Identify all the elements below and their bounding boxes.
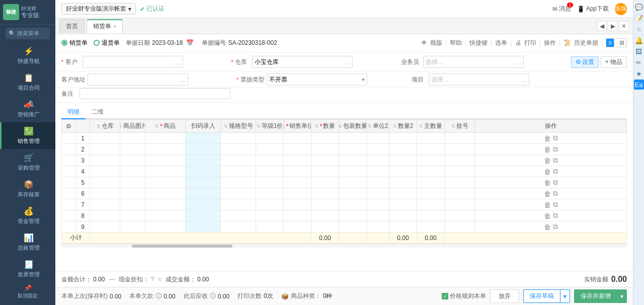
th-goods[interactable]: ⇅ * 商品 <box>145 120 186 133</box>
save-draft-button[interactable]: 保存草稿 <box>523 289 560 303</box>
row-warehouse-cell[interactable] <box>90 144 120 155</box>
row-sell-unit-cell[interactable] <box>284 144 311 155</box>
radio-return[interactable]: 退货单 <box>94 39 120 47</box>
th-main-qty[interactable]: ⇅ 主数量 <box>417 120 445 133</box>
row-img-cell[interactable] <box>120 210 145 221</box>
row-sell-unit-cell[interactable] <box>284 177 311 188</box>
th-warehouse[interactable]: ⇅ 仓库 <box>90 120 120 133</box>
row-img-cell[interactable] <box>120 199 145 210</box>
toolbar-shortcut-label[interactable]: 快捷键 <box>469 39 488 47</box>
row-batch-cell[interactable] <box>445 166 475 177</box>
help-icon[interactable]: ? <box>150 276 154 283</box>
row-pack-qty-cell[interactable] <box>339 133 367 144</box>
row-price-cell[interactable] <box>256 133 284 144</box>
sidebar-item-purchase[interactable]: 🛒 采购管理 <box>0 149 55 176</box>
row-sell-unit-cell[interactable] <box>284 210 311 221</box>
row-warehouse-cell[interactable] <box>90 166 120 177</box>
row-unit2-cell[interactable] <box>367 133 389 144</box>
row-price-cell[interactable] <box>256 210 284 221</box>
row-main-qty-cell[interactable] <box>417 177 445 188</box>
rt-btn-bell[interactable]: 🔔 <box>634 35 644 45</box>
settings-button[interactable]: ⚙ 设置 <box>571 56 599 68</box>
th-price[interactable]: ⇅ 等级1价 <box>256 120 284 133</box>
add-goods-button[interactable]: + 物品 <box>601 56 627 68</box>
row-pack-qty-cell[interactable] <box>339 144 367 155</box>
th-scan-input[interactable]: 扫码录入 <box>186 120 221 133</box>
sidebar-item-quick-nav[interactable]: ⚡ 快捷导航 <box>0 42 55 69</box>
row-main-qty-cell[interactable] <box>417 155 445 166</box>
row-batch-cell[interactable] <box>445 155 475 166</box>
scroll-thumb[interactable] <box>132 245 232 248</box>
th-spec[interactable]: ⇅ 规格型号 <box>221 120 256 133</box>
row-pack-qty-cell[interactable] <box>339 188 367 199</box>
th-settings[interactable]: ⚙ <box>62 120 76 133</box>
row-qty2-cell[interactable] <box>389 177 417 188</box>
row-spec-cell[interactable] <box>221 144 256 155</box>
row-delete-btn[interactable]: 🗑 <box>544 190 551 198</box>
row-scan-cell[interactable] <box>186 199 221 210</box>
row-pack-qty-cell[interactable] <box>339 177 367 188</box>
row-main-qty-cell[interactable] <box>417 166 445 177</box>
row-delete-btn[interactable]: 🗑 <box>544 168 551 176</box>
sidebar-item-inventory[interactable]: 📦 库存核算 <box>0 176 55 202</box>
sidebar-search[interactable]: 🔍 搜索菜单 <box>6 28 50 39</box>
tab-prev-btn[interactable]: ◀ <box>597 21 607 31</box>
row-unit2-cell[interactable] <box>367 210 389 221</box>
row-sell-unit-cell[interactable] <box>284 155 311 166</box>
row-qty-cell[interactable] <box>311 144 339 155</box>
row-batch-cell[interactable] <box>445 221 475 233</box>
row-qty2-cell[interactable] <box>389 188 417 199</box>
row-pack-qty-cell[interactable] <box>339 221 367 233</box>
table-tab-2d[interactable]: 二维 <box>86 106 110 119</box>
row-main-qty-cell[interactable] <box>417 210 445 221</box>
row-copy-btn[interactable]: ⧉ <box>553 222 558 231</box>
row-scan-cell[interactable] <box>186 221 221 233</box>
row-scan-cell[interactable] <box>186 177 221 188</box>
row-price-cell[interactable] <box>256 199 284 210</box>
row-spec-cell[interactable] <box>221 199 256 210</box>
sidebar-item-invoice[interactable]: 🧾 发票管理 <box>0 256 55 279</box>
invoice-select[interactable]: 不开票 ▾ <box>267 73 367 86</box>
rt-btn-edit[interactable]: ✏ <box>634 57 644 67</box>
row-qty-cell[interactable] <box>311 177 339 188</box>
row-main-qty-cell[interactable] <box>417 221 445 233</box>
row-qty-cell[interactable] <box>311 210 339 221</box>
row-unit2-cell[interactable] <box>367 177 389 188</box>
row-price-cell[interactable] <box>256 221 284 233</box>
row-spec-cell[interactable] <box>221 155 256 166</box>
tab-next-btn[interactable]: ▶ <box>608 21 618 31</box>
row-delete-btn[interactable]: 🗑 <box>544 223 551 231</box>
row-price-cell[interactable] <box>256 177 284 188</box>
row-qty2-cell[interactable] <box>389 133 417 144</box>
customer-input[interactable]: ... <box>83 56 183 68</box>
row-qty2-cell[interactable] <box>389 221 417 233</box>
row-batch-cell[interactable] <box>445 133 475 144</box>
rt-btn-chat[interactable]: 💬 <box>634 2 644 12</box>
rt-btn-fav[interactable]: ★ <box>634 68 644 79</box>
row-qty-cell[interactable] <box>311 199 339 210</box>
row-goods-cell[interactable] <box>145 188 186 199</box>
row-img-cell[interactable] <box>120 155 145 166</box>
note-input[interactable] <box>79 88 230 99</box>
row-img-cell[interactable] <box>120 188 145 199</box>
tab-close-all-btn[interactable]: ✕ <box>619 21 629 31</box>
row-batch-cell[interactable] <box>445 210 475 221</box>
row-main-qty-cell[interactable] <box>417 133 445 144</box>
row-warehouse-cell[interactable] <box>90 199 120 210</box>
view-toggle-1[interactable]: ≡ <box>606 38 614 47</box>
row-img-cell[interactable] <box>120 177 145 188</box>
view-toggle-2[interactable]: ⊞ <box>617 38 627 47</box>
radio-sale[interactable]: 销货单 <box>61 39 88 47</box>
row-sell-unit-cell[interactable] <box>284 133 311 144</box>
row-batch-cell[interactable] <box>445 144 475 155</box>
rt-btn-star[interactable]: ☆ <box>634 24 644 34</box>
row-scan-cell[interactable] <box>186 155 221 166</box>
row-img-cell[interactable] <box>120 166 145 177</box>
sidebar-item-project[interactable]: 📋 项目合同 <box>0 69 55 96</box>
tab-close-btn[interactable]: × <box>113 24 116 29</box>
toolbar-help-label[interactable]: 帮助 <box>450 39 462 47</box>
row-warehouse-cell[interactable] <box>90 177 120 188</box>
row-scan-cell[interactable] <box>186 188 221 199</box>
row-copy-btn[interactable]: ⧉ <box>553 178 558 187</box>
app-download-btn[interactable]: 📱 App下载 <box>577 5 609 13</box>
